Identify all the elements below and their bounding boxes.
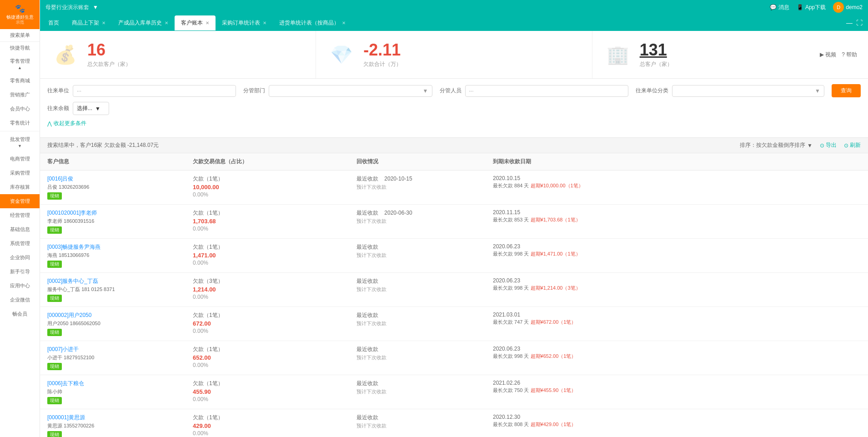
customer-name-link[interactable]: [000002]用户2050 [47, 311, 193, 319]
app-download-btn[interactable]: 📱 App下载 [797, 4, 826, 11]
filter-department: 分管部门 ▼ [243, 85, 432, 97]
customer-name-link[interactable]: [000001]黄思源 [47, 414, 193, 422]
tab-product-shelf[interactable]: 商品上下架 ✕ [65, 15, 112, 30]
department-input[interactable]: ▼ [269, 85, 432, 97]
table-row: [0002]服务中心_丁磊 服务中心_丁磊 181 0125 8371 现销 欠… [40, 273, 868, 307]
customer-cell: [0016]吕俊 吕俊 13026203696 现销 [47, 175, 193, 200]
debt-cell: 欠款（1笔） 672.00 0.00% [193, 311, 356, 334]
overdue-link[interactable]: 超期¥652.00（1笔） [531, 353, 577, 359]
sidebar-item-wechat[interactable]: 企业微信 [0, 293, 40, 307]
counterparty-input[interactable]: ··· [73, 85, 236, 97]
stats-row: 💰 16 总欠款客户（家） 💎 -2.11 欠款合计（万） 🏢 131 总客户（… [40, 31, 868, 79]
industry-label: 母婴行业演示账套 [45, 4, 89, 11]
overdue-link[interactable]: 超期¥10,000.00（1笔） [531, 183, 583, 188]
sidebar-item-corp-collab[interactable]: 企业协同 [0, 251, 40, 265]
due-date-cell: 2020.10.15 最长欠款 884 天 超期¥10,000.00（1笔） [493, 175, 861, 189]
refresh-button[interactable]: ⊙ 刷新 [844, 141, 861, 149]
tab-product-history[interactable]: 产成品入库单历史 ✕ [112, 15, 175, 30]
overdue-link[interactable]: 超期¥672.00（1笔） [531, 319, 577, 325]
quick-nav[interactable]: 快捷导航 [0, 42, 40, 54]
filter-row-2: 往来余额 选择... ▼ [47, 102, 861, 115]
sidebar-item-retail-mgmt[interactable]: 零售管理 ▲ [0, 54, 40, 74]
sidebar-item-retail-mall[interactable]: 零售商城 [0, 74, 40, 88]
filter-area: 往来单位 ··· 分管部门 ▼ 分管人员 ··· [40, 79, 868, 138]
table-header: 客户信息 欠款交易信息（占比） 回收情况 到期未收款日期 [40, 153, 868, 171]
export-button[interactable]: ⊙ 导出 [820, 141, 837, 149]
manager-input[interactable]: ··· [465, 85, 628, 97]
video-icon: ▶ [820, 51, 824, 58]
sidebar-item-ecommerce[interactable]: 电商管理 [0, 152, 40, 166]
overdue-link[interactable]: 超期¥429.00（1笔） [531, 422, 577, 427]
tab-goods-stats[interactable]: 进货单统计表（按商品） ✕ [273, 15, 352, 30]
sidebar-item-guide[interactable]: 新手引导 [0, 265, 40, 279]
debt-cell: 欠款（1笔） 652.00 0.00% [193, 346, 356, 368]
debt-total-number: -2.11 [363, 41, 401, 59]
debt-cell: 欠款（1笔） 1,703.68 0.00% [193, 209, 356, 232]
filter-counterparty: 往来单位 ··· [47, 85, 236, 97]
customer-name-link[interactable]: [0003]畅捷服务尹海燕 [47, 243, 193, 251]
tab-customer-ledger[interactable]: 客户账本 ✕ [175, 15, 216, 30]
overdue-link[interactable]: 超期¥455.90（1笔） [531, 387, 577, 393]
sidebar-item-member2[interactable]: 畅会员 [0, 307, 40, 321]
stat-info-customers: 131 总客户（家） [640, 41, 672, 69]
overdue-link[interactable]: 超期¥1,214.00（3笔） [531, 285, 581, 291]
debt-cell: 欠款（1笔） 10,000.00 0.00% [193, 175, 356, 198]
search-menu[interactable]: 搜索菜单 [0, 29, 40, 42]
table-row: [0007]小进干 小进干 18279152100 现销 欠款（1笔） 652.… [40, 341, 868, 375]
sidebar-item-basic-info[interactable]: 基础信息 [0, 222, 40, 236]
customer-name-link[interactable]: [0002]服务中心_丁磊 [47, 277, 193, 285]
search-button[interactable]: 查询 [832, 84, 861, 97]
tab-home[interactable]: 首页 [42, 15, 65, 30]
recovery-cell: 最近收款 2020-06-30 预计下次收款 [356, 209, 493, 225]
sidebar-item-purchase[interactable]: 采购管理 [0, 166, 40, 180]
overdue-link[interactable]: 超期¥1,471.00（1笔） [531, 251, 581, 256]
overdue-link[interactable]: 超期¥1,703.68（1笔） [531, 217, 581, 222]
balance-label: 往来余额 [47, 105, 69, 112]
sidebar-item-system[interactable]: 系统管理 [0, 236, 40, 251]
category-input[interactable]: ▼ [672, 85, 824, 97]
divider [0, 131, 40, 131]
sidebar-item-wholesale-mgmt[interactable]: 批发管理 ▼ [0, 132, 40, 152]
sidebar-item-operations[interactable]: 经营管理 [0, 208, 40, 222]
user-menu[interactable]: D demo2 [833, 2, 863, 13]
due-date-cell: 2020.06.23 最长欠款 998 天 超期¥652.00（1笔） [493, 346, 861, 360]
tab-close-icon[interactable]: ✕ [342, 20, 346, 25]
collapse-button[interactable]: ⋀ 收起更多条件 [47, 118, 861, 129]
sidebar-item-marketing[interactable]: 营销推广 [0, 88, 40, 102]
sort-button[interactable]: 排序：按欠款金额倒序排序 ▼ [740, 141, 813, 149]
tab-close-icon[interactable]: ✕ [263, 20, 266, 25]
help-btn[interactable]: ? 帮助 [842, 51, 857, 59]
export-icon: ⊙ [820, 142, 824, 149]
tab-purchase-stats[interactable]: 采购订单统计表 ✕ [216, 15, 273, 30]
debt-cell: 欠款（1笔） 1,471.00 0.00% [193, 243, 356, 266]
tab-close-icon[interactable]: ✕ [102, 20, 105, 25]
balance-select[interactable]: 选择... ▼ [73, 102, 109, 115]
customer-name-link[interactable]: [0001020001]李老师 [47, 209, 193, 217]
collapse-row: ⋀ 收起更多条件 [47, 115, 861, 132]
department-label: 分管部门 [243, 87, 265, 95]
tab-close-icon[interactable]: ✕ [206, 20, 209, 25]
sidebar: 🐾 畅捷通好生意 示范 搜索菜单 快捷导航 零售管理 ▲ 零售商城 营销推广 会… [0, 0, 40, 437]
customers-label: 总客户（家） [640, 60, 672, 68]
customers-number: 131 [640, 41, 672, 59]
message-btn[interactable]: 💬 消息 [770, 4, 789, 11]
category-label: 往来单位分类 [636, 87, 668, 95]
col-due-date: 到期未收款日期 [493, 158, 861, 166]
sidebar-item-finance[interactable]: 资金管理 [0, 194, 40, 208]
tab-minimize-icon[interactable]: — [846, 19, 853, 26]
tab-close-icon[interactable]: ✕ [165, 20, 168, 25]
customer-name-link[interactable]: [0006]去下粮仓 [47, 380, 193, 387]
tab-maximize-icon[interactable]: ⛶ [856, 19, 863, 26]
customer-cell: [0003]畅捷服务尹海燕 海燕 18513066976 现销 [47, 243, 193, 268]
sidebar-item-apps[interactable]: 应用中心 [0, 279, 40, 293]
sidebar-item-member[interactable]: 会员中心 [0, 102, 40, 116]
customer-name-link[interactable]: [0007]小进干 [47, 346, 193, 353]
col-debt-info: 欠款交易信息（占比） [193, 158, 356, 166]
results-actions: 排序：按欠款金额倒序排序 ▼ ⊙ 导出 ⊙ 刷新 [740, 141, 861, 149]
sidebar-item-inventory[interactable]: 库存核算 [0, 180, 40, 194]
video-btn[interactable]: ▶ 视频 [820, 51, 836, 59]
customer-name-link[interactable]: [0016]吕俊 [47, 175, 193, 183]
dropdown-icon[interactable]: ▼ [93, 4, 98, 10]
recovery-cell: 最近收款 预计下次收款 [356, 277, 493, 293]
sidebar-item-retail-stats[interactable]: 零售统计 [0, 116, 40, 130]
